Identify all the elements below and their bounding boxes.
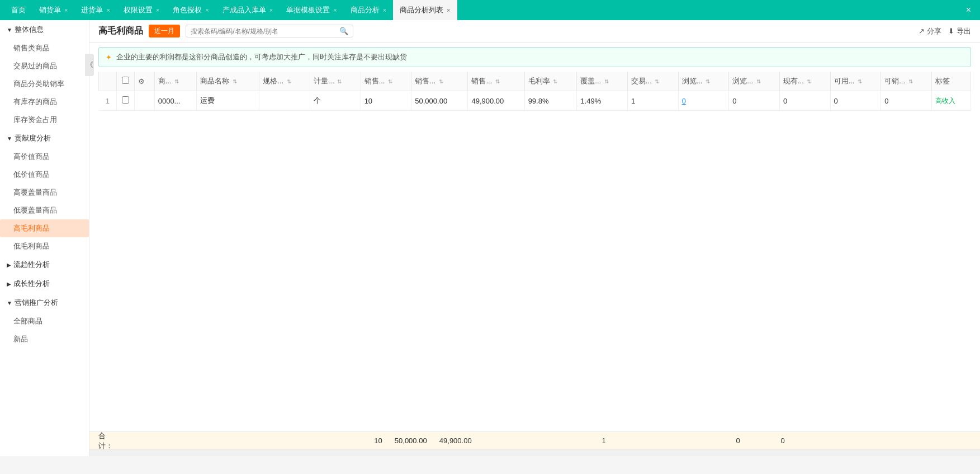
cell-num: 1 <box>99 91 117 111</box>
sort-icon: ⇅ <box>495 78 500 85</box>
nav-tab-role[interactable]: 角色授权 × <box>166 0 215 20</box>
filter-recent-month-button[interactable]: 近一月 <box>149 25 180 37</box>
th-coverage[interactable]: 覆盖... ⇅ <box>577 72 628 91</box>
close-icon[interactable]: × <box>269 7 273 13</box>
info-banner: ✦ 企业的主要的利润都是这部分商品创造的，可考虑加大推广，同时关注库存是不要出现… <box>98 47 971 67</box>
sidebar-item-category-rate[interactable]: 商品分类助销率 <box>0 75 89 93</box>
sort-icon: ⇅ <box>706 78 710 85</box>
close-icon[interactable]: × <box>205 7 209 13</box>
th-available[interactable]: 可用... ⇅ <box>830 72 881 91</box>
nav-tab-product-analysis-list[interactable]: 商品分析列表 × <box>393 0 457 20</box>
data-table: ⚙ 商... ⇅ 商品名称 ⇅ 规格... <box>98 72 971 111</box>
footer-cells: 10 50,000.00 49,900.00 1 0 0 <box>129 437 971 445</box>
nav-tab-permission[interactable]: 权限设置 × <box>117 0 166 20</box>
sidebar-item-stocked-goods[interactable]: 有库存的商品 <box>0 93 89 111</box>
settings-icon: ⚙ <box>138 77 145 86</box>
sidebar-group-growth[interactable]: ▶ 成长性分析 <box>0 274 89 293</box>
chevron-left-icon: 《 <box>86 60 93 70</box>
select-all-checkbox[interactable] <box>122 77 129 84</box>
horizontal-scrollbar[interactable] <box>89 449 980 456</box>
th-tag[interactable]: 标签 <box>931 72 970 91</box>
sidebar-item-low-coverage[interactable]: 低覆盖量商品 <box>0 201 89 219</box>
close-icon[interactable]: × <box>64 7 68 13</box>
sidebar: ▼ 整体信息 销售类商品 交易过的商品 商品分类助销率 有库存的商品 库存资金占… <box>0 20 89 456</box>
sidebar-group-overall[interactable]: ▼ 整体信息 <box>0 20 89 39</box>
info-icon: ✦ <box>106 53 112 62</box>
close-all-tabs[interactable]: × <box>962 5 976 15</box>
cell-sellable: 0 <box>881 91 932 111</box>
chevron-down-icon: ▼ <box>7 27 12 33</box>
th-browse2[interactable]: 浏览... ⇅ <box>729 72 780 91</box>
th-gross-margin[interactable]: 毛利率 ⇅ <box>524 72 577 91</box>
sidebar-collapse-button[interactable]: 《 <box>85 54 94 76</box>
th-current-stock[interactable]: 现有... ⇅ <box>779 72 830 91</box>
footer-sales-profit: 49,900.00 <box>430 437 475 445</box>
table-row: 1 0000... 运费 个 10 50,000.00 49,900.00 <box>99 91 971 111</box>
cell-browse2: 0 <box>729 91 780 111</box>
sort-icon: ⇅ <box>807 78 811 85</box>
sidebar-item-stock-capital[interactable]: 库存资金占用 <box>0 111 89 129</box>
th-num <box>99 72 117 91</box>
th-sellable[interactable]: 可销... ⇅ <box>881 72 932 91</box>
sidebar-item-high-margin[interactable]: 高毛利商品 <box>0 219 89 237</box>
close-icon[interactable]: × <box>447 7 450 13</box>
th-sales-qty[interactable]: 销售... ⇅ <box>361 72 411 91</box>
th-code[interactable]: 商... ⇅ <box>154 72 196 91</box>
sidebar-group-trend[interactable]: ▶ 流趋性分析 <box>0 255 89 274</box>
sidebar-group-contribution[interactable]: ▼ 贡献度分析 <box>0 129 89 148</box>
browse1-link[interactable]: 0 <box>682 97 686 105</box>
th-trade[interactable]: 交易... ⇅ <box>627 72 678 91</box>
chevron-right-icon: ▶ <box>7 281 11 287</box>
cell-unit: 个 <box>310 91 361 111</box>
chevron-down-icon: ▼ <box>7 135 12 142</box>
row-checkbox[interactable] <box>122 96 129 104</box>
sort-icon: ⇅ <box>337 78 342 85</box>
th-settings[interactable]: ⚙ <box>135 72 155 91</box>
sidebar-item-low-margin[interactable]: 低毛利商品 <box>0 237 89 255</box>
sidebar-item-high-coverage[interactable]: 高覆盖量商品 <box>0 184 89 201</box>
nav-tab-purchase[interactable]: 进货单 × <box>74 0 116 20</box>
sidebar-item-traded-goods[interactable]: 交易过的商品 <box>0 57 89 75</box>
th-sales-profit[interactable]: 销售... ⇅ <box>468 72 524 91</box>
cell-name[interactable]: 运费 <box>197 91 259 111</box>
cell-current-stock: 0 <box>779 91 830 111</box>
th-sales-amount[interactable]: 销售... ⇅ <box>411 72 468 91</box>
sidebar-group-marketing[interactable]: ▼ 营销推广分析 <box>0 293 89 312</box>
th-browse1[interactable]: 浏览... ⇅ <box>678 72 729 91</box>
nav-tab-product-analysis[interactable]: 商品分析 × <box>344 0 393 20</box>
chevron-down-icon: ▼ <box>7 300 12 306</box>
sidebar-item-low-value[interactable]: 低价值商品 <box>0 166 89 184</box>
close-icon[interactable]: × <box>156 7 159 13</box>
page-title: 高毛利商品 <box>98 25 143 37</box>
content-header: 高毛利商品 近一月 🔍 ↗ 分享 ⬇ 导出 <box>89 20 980 43</box>
nav-tab-sales[interactable]: 销货单 × <box>32 0 74 20</box>
search-box: 🔍 <box>186 25 353 37</box>
sort-icon: ⇅ <box>439 78 443 85</box>
sidebar-item-new-goods[interactable]: 新品 <box>0 330 89 348</box>
footer-current-stock: 0 <box>699 437 744 445</box>
th-unit[interactable]: 计量... ⇅ <box>310 72 361 91</box>
th-name[interactable]: 商品名称 ⇅ <box>197 72 259 91</box>
sidebar-item-sales-goods[interactable]: 销售类商品 <box>0 39 89 57</box>
close-icon[interactable]: × <box>106 7 110 13</box>
cell-sales-qty: 10 <box>361 91 411 111</box>
th-spec[interactable]: 规格... ⇅ <box>259 72 310 91</box>
search-icon[interactable]: 🔍 <box>339 27 348 35</box>
info-text: 企业的主要的利润都是这部分商品创造的，可考虑加大推广，同时关注库存是不要出现缺货 <box>116 52 407 62</box>
sidebar-item-high-value[interactable]: 高价值商品 <box>0 148 89 166</box>
sidebar-item-all-goods[interactable]: 全部商品 <box>0 312 89 330</box>
top-navigation: 首页 销货单 × 进货单 × 权限设置 × 角色授权 × 产成品入库单 × 单据… <box>0 0 980 20</box>
search-input[interactable] <box>191 27 339 35</box>
cell-sales-amount: 50,000.00 <box>411 91 468 111</box>
close-icon[interactable]: × <box>333 7 337 13</box>
content-area: 高毛利商品 近一月 🔍 ↗ 分享 ⬇ 导出 <box>89 20 980 456</box>
share-button[interactable]: ↗ 分享 <box>919 26 941 36</box>
sort-icon: ⇅ <box>756 78 761 85</box>
export-button[interactable]: ⬇ 导出 <box>948 26 971 36</box>
close-icon[interactable]: × <box>383 7 386 13</box>
nav-tab-product-in[interactable]: 产成品入库单 × <box>216 0 280 20</box>
nav-tab-home[interactable]: 首页 <box>4 0 32 20</box>
nav-tab-template[interactable]: 单据模板设置 × <box>280 0 343 20</box>
share-icon: ↗ <box>919 27 925 35</box>
data-table-wrapper: ⚙ 商... ⇅ 商品名称 ⇅ 规格... <box>89 72 980 431</box>
